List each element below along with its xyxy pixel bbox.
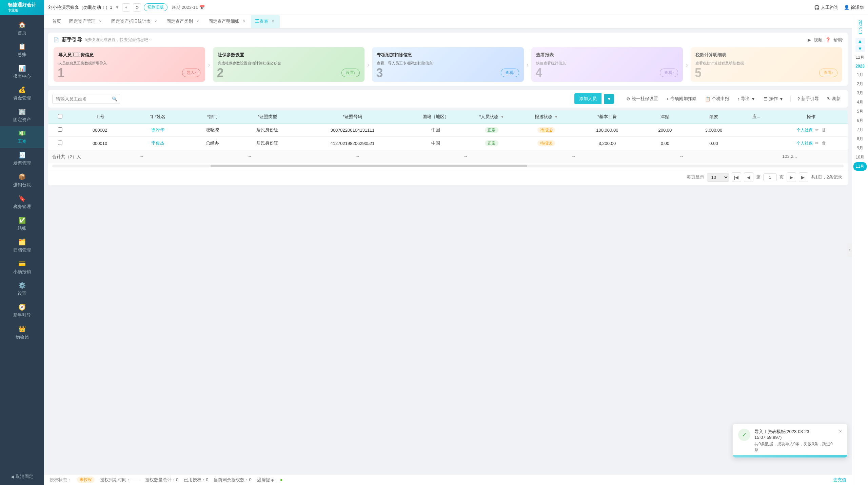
sidebar-item-archive[interactable]: 🗂️ 归档管理 bbox=[0, 235, 44, 257]
sidebar-item-reports[interactable]: 📊 报表中心 bbox=[0, 61, 44, 83]
th-name[interactable]: ⇅ *姓名 bbox=[127, 110, 188, 124]
action-more[interactable]: ☰ 操作 ▼ bbox=[761, 94, 786, 103]
ai-service-btn[interactable]: 🎧 人工咨询 bbox=[814, 4, 839, 11]
right-panel-up-btn[interactable]: ▲ bbox=[855, 38, 865, 44]
tab-asset-detail-close[interactable]: × bbox=[241, 19, 247, 24]
tab-home[interactable]: 首页 bbox=[48, 15, 65, 29]
row1-checkbox[interactable] bbox=[48, 124, 73, 137]
sidebar-item-payroll[interactable]: 💵 工资 bbox=[0, 126, 44, 148]
row1-name-link[interactable]: 徐泽华 bbox=[151, 127, 164, 132]
period-calendar-icon[interactable]: 📅 bbox=[199, 5, 205, 10]
row1-edit-btn[interactable]: ✏ bbox=[815, 127, 819, 132]
user-profile-btn[interactable]: 👤 徐泽华 bbox=[844, 4, 864, 11]
sidebar-item-member[interactable]: 👑 畅会员 bbox=[0, 322, 44, 343]
sidebar-item-guide[interactable]: 🧭 新手引导 bbox=[0, 300, 44, 322]
row1-delete-btn[interactable]: 🗑 bbox=[822, 127, 826, 132]
sidebar-item-home[interactable]: 🏠 首页 bbox=[0, 18, 44, 39]
sidebar-item-expense[interactable]: 💳 小畅报销 bbox=[0, 257, 44, 278]
tab-asset-detail[interactable]: 固定资产明细账 × bbox=[204, 15, 251, 29]
first-page-btn[interactable]: |◀ bbox=[732, 172, 741, 182]
row2-name-link[interactable]: 李俊杰 bbox=[151, 141, 164, 146]
month-item-4[interactable]: 4月 bbox=[852, 98, 868, 107]
add-employee-dropdown-btn[interactable]: ▼ bbox=[604, 94, 614, 104]
scrollbar-thumb[interactable] bbox=[211, 165, 527, 167]
month-item-9[interactable]: 9月 bbox=[852, 144, 868, 152]
step3-btn[interactable]: 查看› bbox=[501, 69, 519, 77]
close-period-icon: ✅ bbox=[18, 217, 26, 224]
toast-close-btn[interactable]: × bbox=[839, 429, 842, 434]
page-input[interactable] bbox=[763, 173, 777, 181]
select-all-checkbox[interactable] bbox=[58, 114, 62, 118]
status-filter-icon[interactable]: ▼ bbox=[500, 115, 504, 119]
tab-fixed-assets-close[interactable]: × bbox=[98, 19, 103, 24]
action-tax-report[interactable]: 📋 个税申报 bbox=[702, 94, 732, 103]
add-employee-button[interactable]: 添加人员 bbox=[574, 93, 601, 104]
month-item-3[interactable]: 3月 bbox=[852, 89, 868, 97]
step4-btn[interactable]: 查看› bbox=[660, 69, 678, 77]
tab-depreciation-close[interactable]: × bbox=[153, 19, 158, 24]
row2-edit-btn[interactable]: ✏ bbox=[815, 141, 819, 146]
step2-btn[interactable]: 设置› bbox=[341, 69, 360, 77]
row2-checkbox[interactable] bbox=[48, 137, 73, 150]
search-input[interactable] bbox=[52, 94, 120, 104]
row1-name[interactable]: 徐泽华 bbox=[127, 124, 188, 137]
sidebar-item-sales[interactable]: 📦 进销台账 bbox=[0, 170, 44, 191]
tab-payroll[interactable]: 工资表 × bbox=[251, 15, 280, 29]
sidebar-item-invoice[interactable]: 🧾 发票管理 bbox=[0, 148, 44, 170]
month-item-7[interactable]: 7月 bbox=[852, 126, 868, 134]
sidebar-item-finance[interactable]: 💰 资金管理 bbox=[0, 83, 44, 105]
sidebar-item-settings[interactable]: ⚙️ 设置 bbox=[0, 278, 44, 300]
month-item-11[interactable]: 11月 bbox=[853, 162, 867, 171]
settings-btn[interactable]: ⚙ bbox=[133, 3, 141, 12]
account-dropdown-icon[interactable]: ▼ bbox=[115, 5, 119, 10]
th-allowance: 津贴 bbox=[641, 110, 690, 124]
report-filter-icon[interactable]: ▼ bbox=[554, 115, 558, 119]
action-refresh[interactable]: ↻ 刷新 bbox=[824, 94, 844, 103]
go-auth-btn[interactable]: 去充值 bbox=[833, 477, 846, 483]
toggle-sidebar-btn[interactable]: ◀ 取消固定 bbox=[0, 471, 44, 482]
month-item-1[interactable]: 1月 bbox=[852, 71, 868, 79]
sidebar-item-tax[interactable]: 🔖 税务管理 bbox=[0, 191, 44, 213]
horizontal-scrollbar[interactable] bbox=[52, 165, 844, 167]
old-version-button[interactable]: 切到旧版 bbox=[144, 3, 167, 11]
tab-fixed-assets[interactable]: 固定资产管理 × bbox=[65, 15, 107, 29]
row2-select[interactable] bbox=[58, 141, 62, 145]
step5-btn[interactable]: 查看› bbox=[819, 69, 837, 77]
tab-asset-category[interactable]: 固定资产类别 × bbox=[162, 15, 204, 29]
sidebar-item-assets[interactable]: 🏢 固定资产 bbox=[0, 105, 44, 126]
warning-dot-icon: ● bbox=[280, 477, 283, 482]
month-item-6[interactable]: 6月 bbox=[852, 116, 868, 125]
action-export[interactable]: ↑ 导出 ▼ bbox=[735, 94, 758, 103]
month-item-2[interactable]: 2月 bbox=[852, 80, 868, 88]
right-panel-down-btn[interactable]: ▼ bbox=[855, 45, 865, 52]
video-link[interactable]: 视频 bbox=[814, 37, 823, 43]
step1-btn[interactable]: 导入› bbox=[182, 69, 200, 77]
action-special-deduct[interactable]: + 专项附加扣除 bbox=[664, 94, 699, 103]
right-panel-expand-btn[interactable]: › bbox=[847, 243, 852, 257]
search-icon[interactable]: 🔍 bbox=[112, 96, 117, 101]
row2-social-insurance-link[interactable]: 个人社保 bbox=[796, 141, 813, 146]
row2-delete-btn[interactable]: 🗑 bbox=[822, 141, 826, 146]
month-item-10[interactable]: 10月 bbox=[852, 153, 868, 162]
next-page-btn[interactable]: ▶ bbox=[787, 172, 796, 182]
add-account-btn[interactable]: + bbox=[122, 3, 130, 12]
search-wrap: 🔍 bbox=[52, 94, 120, 104]
prev-page-btn[interactable]: ◀ bbox=[744, 172, 753, 182]
wizard-close-btn[interactable]: × bbox=[841, 37, 844, 42]
last-page-btn[interactable]: ▶| bbox=[799, 172, 808, 182]
month-item-12[interactable]: 12月 bbox=[852, 53, 868, 62]
action-guide[interactable]: ? 新手引导 bbox=[795, 94, 822, 103]
row1-social-insurance-link[interactable]: 个人社保 bbox=[796, 128, 813, 132]
month-item-5[interactable]: 5月 bbox=[852, 107, 868, 116]
sidebar-item-close[interactable]: ✅ 结账 bbox=[0, 213, 44, 235]
action-social-insurance[interactable]: ⚙ 统一社保设置 bbox=[624, 94, 661, 103]
row1-select[interactable] bbox=[58, 127, 62, 132]
month-item-8[interactable]: 8月 bbox=[852, 135, 868, 143]
tab-depreciation[interactable]: 固定资产折旧统计表 × bbox=[107, 15, 162, 29]
per-page-select[interactable]: 10 20 50 bbox=[707, 173, 729, 182]
archive-icon: 🗂️ bbox=[18, 238, 26, 246]
sidebar-item-ledger[interactable]: 📋 总账 bbox=[0, 39, 44, 61]
tab-payroll-close[interactable]: × bbox=[270, 19, 276, 24]
row2-name[interactable]: 李俊杰 bbox=[127, 137, 188, 150]
tab-asset-category-close[interactable]: × bbox=[195, 19, 200, 24]
